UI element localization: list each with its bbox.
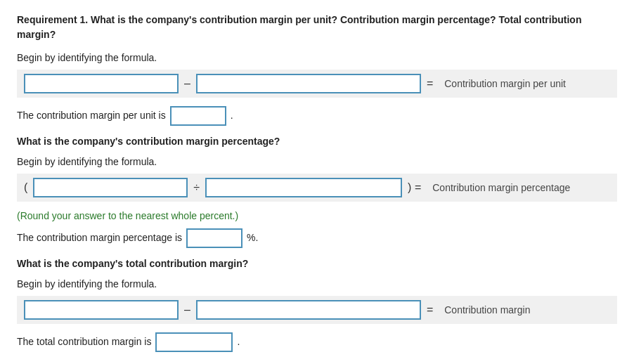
section2-question: What is the company's contribution margi… [17,134,617,149]
requirement-text: What is the company's contribution margi… [17,14,581,40]
result-label-2: Contribution margin percentage [432,182,570,193]
equals-1: = [427,77,433,90]
formula-input-3b[interactable] [196,300,421,320]
answer-row-3: The total contribution margin is . [17,332,617,352]
requirement-number: Requirement 1. [17,14,88,25]
answer-prefix-1: The contribution margin per unit is [17,107,166,124]
open-paren: ( [24,181,27,194]
formula-input-1a[interactable] [24,74,179,93]
close-paren-equals: ) = [408,181,421,194]
answer-suffix-3: . [237,333,240,351]
round-note: (Round your answer to the nearest whole … [17,210,617,221]
formula-row-3: – = Contribution margin [17,296,617,324]
section3-question: What is the company's total contribution… [17,256,617,271]
answer-suffix-2: %. [247,229,258,247]
answer-input-2[interactable] [186,228,242,248]
answer-row-1: The contribution margin per unit is . [17,106,617,126]
operator-div-2: ÷ [193,181,200,194]
answer-row-2: The contribution margin percentage is %. [17,228,617,248]
answer-input-3[interactable] [155,332,233,352]
result-label-1: Contribution margin per unit [444,78,566,89]
formula-input-3a[interactable] [24,300,179,320]
section1-formula-label: Begin by identifying the formula. [17,51,617,65]
equals-3: = [427,304,433,316]
formula-input-2b[interactable] [205,178,402,197]
section3-formula-label: Begin by identifying the formula. [17,277,617,292]
answer-prefix-2: The contribution margin percentage is [17,229,182,247]
formula-row-1: – = Contribution margin per unit [17,70,617,98]
formula-input-1b[interactable] [196,74,421,93]
formula-row-2: ( ÷ ) = Contribution margin percentage [17,174,617,202]
requirement-title: Requirement 1. What is the company's con… [17,13,617,42]
result-label-3: Contribution margin [444,304,530,316]
formula-input-2a[interactable] [33,178,188,197]
answer-suffix-1: . [231,107,233,124]
operator-minus-3: – [184,304,190,316]
section2-formula-label: Begin by identifying the formula. [17,155,617,169]
operator-minus-1: – [184,77,190,90]
answer-prefix-3: The total contribution margin is [17,333,151,351]
answer-input-1[interactable] [170,106,226,126]
